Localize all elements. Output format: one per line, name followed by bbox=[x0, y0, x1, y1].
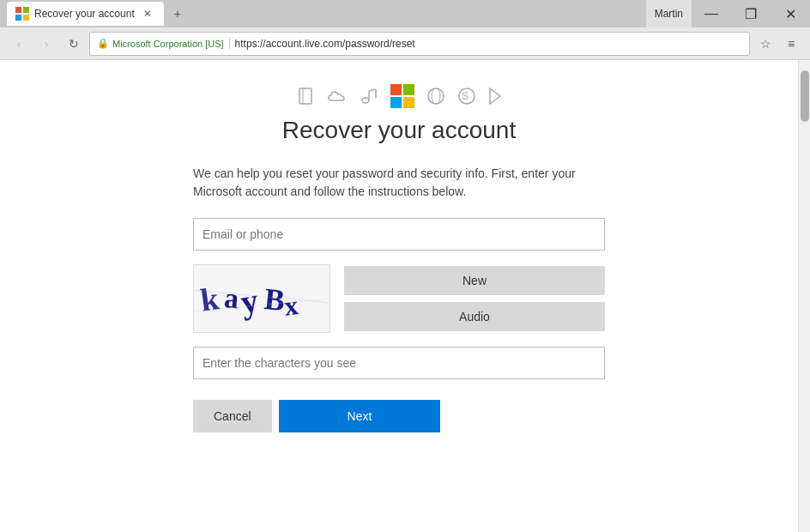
groove-icon bbox=[488, 87, 502, 106]
url-text: https://account.live.com/password/reset bbox=[235, 38, 742, 50]
security-badge: 🔒 Microsoft Corporation [US] bbox=[97, 38, 230, 49]
new-tab-button[interactable]: + bbox=[167, 3, 188, 24]
address-bar[interactable]: 🔒 Microsoft Corporation [US] https://acc… bbox=[89, 32, 750, 56]
title-bar-left: Recover your account ✕ + bbox=[7, 2, 188, 26]
scrollbar[interactable] bbox=[798, 60, 810, 532]
svg-point-11 bbox=[432, 88, 440, 104]
brand-icons: S bbox=[296, 84, 502, 108]
svg-rect-4 bbox=[299, 88, 311, 104]
tab-favicon bbox=[15, 7, 29, 21]
svg-rect-2 bbox=[15, 15, 21, 21]
music-icon bbox=[360, 87, 378, 106]
browser-tab[interactable]: Recover your account ✕ bbox=[7, 2, 164, 26]
user-name: Martin bbox=[646, 0, 692, 27]
nav-bar: ‹ › ↻ 🔒 Microsoft Corporation [US] https… bbox=[0, 27, 810, 60]
tab-title: Recover your account bbox=[34, 8, 135, 20]
skype-icon: S bbox=[457, 87, 476, 106]
svg-point-6 bbox=[362, 98, 369, 103]
browser-content: S Recover your account We can help you r… bbox=[0, 60, 810, 532]
next-button[interactable]: Next bbox=[279, 400, 441, 432]
action-row: Cancel Next bbox=[193, 400, 605, 432]
restore-button[interactable]: ❐ bbox=[731, 0, 771, 27]
ms-logo bbox=[390, 84, 414, 108]
scrollbar-thumb[interactable] bbox=[801, 70, 809, 122]
back-button[interactable]: ‹ bbox=[7, 32, 31, 56]
svg-point-10 bbox=[428, 88, 444, 104]
svg-marker-14 bbox=[490, 88, 500, 104]
email-phone-input[interactable] bbox=[193, 218, 605, 251]
refresh-button[interactable]: ↻ bbox=[62, 32, 86, 56]
svg-text:S: S bbox=[462, 90, 468, 102]
captcha-svg: k a y B x bbox=[194, 264, 329, 333]
page-main: Recover your account We can help you res… bbox=[176, 117, 622, 450]
security-org: Microsoft Corporation [US] bbox=[112, 39, 224, 49]
minimize-button[interactable]: — bbox=[692, 0, 731, 27]
nav-icons-right: ☆ ≡ bbox=[753, 32, 803, 56]
captcha-row: k a y B x New Audio bbox=[193, 264, 605, 333]
star-button[interactable]: ☆ bbox=[753, 32, 777, 56]
onenote-icon bbox=[296, 87, 315, 106]
title-bar-right: Martin — ❐ ✕ bbox=[646, 0, 810, 27]
captcha-new-button[interactable]: New bbox=[344, 266, 605, 295]
captcha-buttons: New Audio bbox=[344, 266, 605, 331]
captcha-input[interactable] bbox=[193, 347, 605, 379]
menu-button[interactable]: ≡ bbox=[779, 32, 803, 56]
description-text: We can help you reset your password and … bbox=[193, 165, 605, 201]
captcha-audio-button[interactable]: Audio bbox=[344, 302, 605, 331]
forward-button[interactable]: › bbox=[34, 32, 58, 56]
xbox-icon bbox=[426, 87, 445, 106]
svg-rect-0 bbox=[15, 7, 21, 13]
lock-icon: 🔒 bbox=[97, 38, 109, 49]
page-title: Recover your account bbox=[193, 117, 605, 144]
cancel-button[interactable]: Cancel bbox=[193, 400, 272, 432]
svg-rect-3 bbox=[23, 15, 29, 21]
svg-line-8 bbox=[369, 89, 376, 91]
close-button[interactable]: ✕ bbox=[771, 0, 810, 27]
tab-close-button[interactable]: ✕ bbox=[140, 6, 155, 21]
page-content: S Recover your account We can help you r… bbox=[0, 60, 798, 532]
svg-rect-1 bbox=[23, 7, 29, 13]
captcha-image: k a y B x bbox=[193, 264, 330, 333]
cloud-icon bbox=[327, 88, 348, 104]
title-bar: Recover your account ✕ + Martin — ❐ ✕ bbox=[0, 0, 810, 27]
